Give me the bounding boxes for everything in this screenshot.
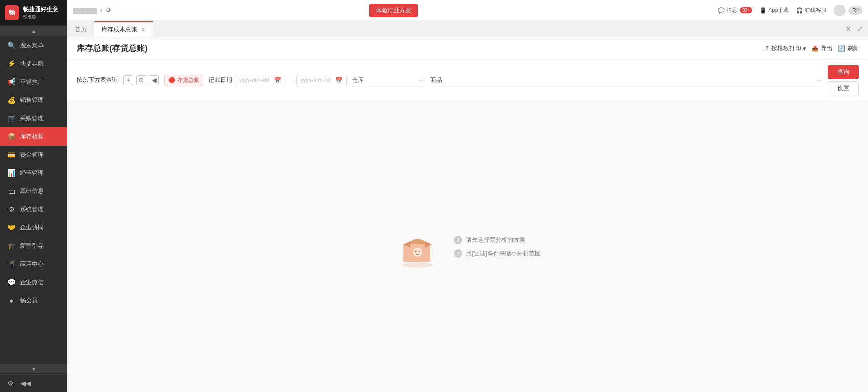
user-name: Rit: [848, 6, 863, 15]
sales-icon: 💰: [7, 96, 15, 104]
app-download-icon: 📱: [760, 7, 766, 14]
page-actions: 🖨 按模板打印 ▾ 📤 导出 🔄 刷新: [764, 44, 859, 52]
print-chevron-icon: ▾: [803, 45, 806, 52]
sidebar-item-marketing[interactable]: 📢 营销推广: [0, 73, 67, 91]
marketing-icon: 📢: [7, 78, 15, 86]
message-badge: 99+: [740, 7, 752, 13]
svg-point-7: [415, 250, 417, 252]
scheme-tag[interactable]: 🔴 存货总账: [164, 75, 203, 86]
tab-home[interactable]: 首页: [67, 22, 94, 37]
refresh-button[interactable]: 🔄 刷新: [838, 44, 859, 52]
sidebar: 畅 畅捷通好生意 标准版 ▲ 🔍 搜索菜单 ⚡ 快捷导航 📢 营销推广 💰 销售…: [0, 0, 67, 392]
purchase-icon: 🛒: [7, 114, 15, 122]
breadcrumb-chevron-icon: ▾: [100, 7, 103, 14]
empty-content: 1 请先选择要分析的方案 2 用[过滤]条件来缩小分析范围: [395, 224, 540, 270]
breadcrumb-area: ▓▓▓▓▓▓ ▾ ⚙: [73, 7, 366, 14]
fund-icon: 💳: [7, 151, 15, 159]
sidebar-scroll-down[interactable]: ▼: [0, 364, 67, 373]
online-service-button[interactable]: 🎧 在线客服: [796, 6, 827, 14]
settings-button[interactable]: 设置: [828, 81, 859, 95]
sidebar-item-shortcut[interactable]: ⚡ 快捷导航: [0, 55, 67, 73]
warehouse-more-icon[interactable]: ···: [419, 76, 425, 84]
app-download-button[interactable]: 📱 App下载: [760, 6, 789, 14]
filter-more-button[interactable]: ⊙: [136, 75, 146, 85]
date-start-input[interactable]: yyyy-mm-dd 📅: [235, 75, 285, 86]
content-area: 库存总账(存货总账) 🖨 按模板打印 ▾ 📤 导出 🔄 刷新: [67, 37, 868, 392]
app-center-icon: 📱: [7, 260, 15, 268]
print-template-button[interactable]: 🖨 按模板打印 ▾: [764, 44, 806, 52]
system-icon: ⚙: [7, 205, 15, 214]
tab-inventory-ledger[interactable]: 库存成本总账 ✕: [94, 21, 153, 37]
product-more-icon[interactable]: ···: [817, 76, 822, 84]
panel-expand-button[interactable]: ⤢: [855, 24, 864, 34]
print-icon: 🖨: [764, 45, 770, 52]
message-icon: 💬: [718, 7, 725, 14]
shortcut-icon: ⚡: [7, 60, 15, 68]
date-end-input[interactable]: yyyy-mm-dd 📅: [296, 75, 347, 86]
tip-1-number: 1: [454, 236, 462, 244]
industry-solution-button[interactable]: 体验行业方案: [369, 4, 418, 17]
enterprise-icon: 🤝: [7, 224, 15, 232]
breadcrumb-text: ▓▓▓▓▓▓: [73, 7, 97, 14]
sidebar-item-enterprise[interactable]: 🤝 企业协同: [0, 219, 67, 237]
panel-close-button[interactable]: ✕: [843, 24, 853, 34]
header-settings-button[interactable]: ⚙: [106, 7, 111, 14]
sidebar-item-wechat[interactable]: 💬 企业微信: [0, 273, 67, 291]
newbie-icon: 🎓: [7, 242, 15, 250]
basic-icon: 🗃: [7, 188, 15, 195]
user-area[interactable]: Rit: [834, 5, 863, 16]
logo-icon: 畅: [5, 5, 19, 20]
warehouse-filter[interactable]: 仓库 ···: [352, 74, 425, 87]
sidebar-item-app-center[interactable]: 📱 应用中心: [0, 255, 67, 273]
sidebar-settings-icon[interactable]: ⚙: [7, 379, 13, 387]
header-right: 💬 消息 99+ 📱 App下载 🎧 在线客服 Rit: [718, 5, 863, 16]
export-icon: 📤: [812, 45, 819, 52]
svg-point-8: [419, 250, 420, 252]
sidebar-item-operation[interactable]: 📊 经营管理: [0, 164, 67, 182]
empty-tips: 1 请先选择要分析的方案 2 用[过滤]条件来缩小分析范围: [454, 236, 540, 258]
sidebar-item-sales[interactable]: 💰 销售管理: [0, 91, 67, 109]
sidebar-item-system[interactable]: ⚙ 系统管理: [0, 200, 67, 219]
app-logo: 畅 畅捷通好生意 标准版: [0, 0, 67, 25]
tip-2-number: 2: [454, 249, 462, 258]
product-filter[interactable]: 商品 ···: [430, 74, 822, 87]
avatar: [834, 5, 846, 16]
page-title: 库存总账(存货总账): [77, 43, 148, 54]
member-icon: ♦: [7, 297, 15, 305]
sidebar-item-basic[interactable]: 🗃 基础信息: [0, 182, 67, 200]
operation-icon: 📊: [7, 169, 15, 177]
sidebar-item-purchase[interactable]: 🛒 采购管理: [0, 109, 67, 127]
wechat-icon: 💬: [7, 278, 15, 286]
filter-label: 按以下方案查询: [77, 76, 118, 84]
sidebar-bottom: ⚙ ◀◀: [0, 374, 67, 392]
sidebar-item-member[interactable]: ♦ 畅会员: [0, 291, 67, 310]
inventory-icon: 📦: [7, 132, 15, 141]
logo-text: 畅捷通好生意 标准版: [23, 6, 58, 20]
panel-buttons: ✕ ⤢: [843, 24, 868, 34]
page-header: 库存总账(存货总账) 🖨 按模板打印 ▾ 📤 导出 🔄 刷新: [67, 37, 868, 60]
sidebar-item-newbie[interactable]: 🎓 新手引导: [0, 237, 67, 255]
calendar-end-icon: 📅: [335, 77, 342, 84]
refresh-icon: 🔄: [838, 45, 845, 52]
sidebar-item-fund[interactable]: 💳 资金管理: [0, 146, 67, 164]
empty-tip-1: 1 请先选择要分析的方案: [454, 236, 540, 244]
sidebar-item-inventory[interactable]: 📦 库存核算: [0, 127, 67, 146]
header-settings-icon: ⚙: [106, 7, 111, 14]
message-button[interactable]: 💬 消息 99+: [718, 6, 752, 14]
sidebar-audio-icon[interactable]: ◀◀: [20, 379, 31, 387]
query-button[interactable]: 查询: [828, 65, 859, 79]
calendar-start-icon: 📅: [274, 77, 281, 84]
sidebar-nav: 🔍 搜索菜单 ⚡ 快捷导航 📢 营销推广 💰 销售管理 🛒 采购管理 📦 库存核…: [0, 36, 67, 363]
top-header: ▓▓▓▓▓▓ ▾ ⚙ 体验行业方案 💬 消息 99+ 📱 App下载 🎧 在线客…: [67, 0, 868, 21]
svg-point-6: [413, 248, 422, 257]
filter-area: 按以下方案查询 ＋ ⊙ ◀ 🔴 存货总账 记账日期 yyyy-mm-dd 📅 —: [67, 60, 868, 101]
svg-point-0: [402, 262, 434, 268]
empty-state: 1 请先选择要分析的方案 2 用[过滤]条件来缩小分析范围: [67, 101, 868, 392]
sidebar-item-search[interactable]: 🔍 搜索菜单: [0, 36, 67, 55]
tab-close-icon[interactable]: ✕: [141, 26, 145, 33]
export-button[interactable]: 📤 导出: [812, 44, 832, 52]
filter-collapse-button[interactable]: ◀: [149, 75, 159, 85]
filter-add-button[interactable]: ＋: [123, 75, 133, 85]
sidebar-scroll-up[interactable]: ▲: [0, 26, 67, 36]
scheme-tag-icon: 🔴: [168, 77, 175, 83]
